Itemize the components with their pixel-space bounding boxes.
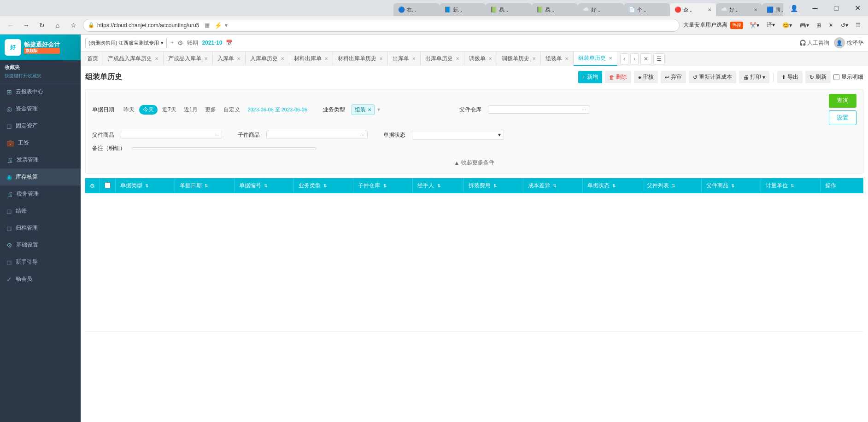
biz-type-tag-remove[interactable]: ✕	[368, 107, 371, 112]
profile-icon[interactable]: 👤	[783, 0, 804, 16]
tab-close[interactable]: ✕	[412, 56, 416, 61]
parent-goods-input[interactable]: ···	[121, 131, 222, 139]
tab-close-icon[interactable]: ✕	[754, 7, 757, 12]
tab-close[interactable]: ✕	[281, 56, 284, 61]
game-icon[interactable]: 🎮▾	[797, 21, 812, 29]
nav-item-archive[interactable]: ◻ 归档管理	[0, 220, 81, 237]
delete-btn[interactable]: 🗑 删除	[605, 71, 631, 83]
tab-close[interactable]: ✕	[204, 56, 208, 61]
nav-item-member[interactable]: ✓ 畅会员	[0, 271, 81, 288]
collapse-btn[interactable]: ▲ 收起更多条件	[92, 157, 856, 168]
nav-item-payroll[interactable]: 💼 工资	[0, 134, 81, 151]
print-dropdown[interactable]: ▾	[762, 74, 765, 81]
tab-home[interactable]: 首页	[82, 52, 103, 65]
col-disassembly-fee[interactable]: 拆装费用 ⇅	[463, 178, 523, 193]
tab-close[interactable]: ✕	[532, 56, 536, 61]
home-btn[interactable]: ⌂	[52, 19, 64, 31]
tab-assembly-hist[interactable]: 组装单历史 ✕	[574, 52, 617, 66]
nav-item-checkout[interactable]: ◻ 结账	[0, 202, 81, 220]
tab-assembly[interactable]: 组装单 ✕	[541, 52, 574, 65]
sun-icon[interactable]: ☀	[826, 21, 836, 29]
export-btn[interactable]: ⬆ 导出	[777, 71, 803, 83]
tab-close[interactable]: ✕	[155, 56, 158, 61]
browser-tab-1[interactable]: 🔵 在...	[393, 3, 440, 16]
tab-scroll-right[interactable]: ›	[630, 53, 639, 64]
tab-mat-out[interactable]: 材料出库单 ✕	[289, 52, 333, 65]
settings-gear-icon[interactable]: ⚙	[177, 39, 183, 46]
col-order-status[interactable]: 单据状态 ⇅	[582, 178, 642, 193]
address-dropdown[interactable]: ▾	[225, 22, 228, 29]
nav-item-report[interactable]: ⊞ 云报表中心	[0, 83, 81, 100]
menu-icon[interactable]: ☰	[853, 21, 863, 29]
unaudit-btn[interactable]: ↩ 弃审	[661, 71, 686, 83]
tab-in[interactable]: 入库单 ✕	[213, 52, 246, 65]
tab-mat-out-hist[interactable]: 材料出库单历史 ✕	[333, 52, 388, 65]
calendar-icon[interactable]: 📅	[226, 40, 233, 46]
reload-btn[interactable]: ↻	[36, 19, 48, 31]
add-icon[interactable]: +	[170, 40, 174, 46]
browser-tab-active[interactable]: 🔴 企... ✕	[670, 3, 716, 16]
tab-close-all[interactable]: ☰	[653, 53, 665, 64]
close-btn[interactable]: ✕	[847, 0, 868, 16]
tab-close[interactable]: ✕	[237, 56, 240, 61]
col-parent-list[interactable]: 父件列表 ⇅	[642, 178, 701, 193]
browser-tab-6[interactable]: 📄 个...	[624, 3, 670, 16]
nav-item-settings[interactable]: ⚙ 基础设置	[0, 237, 81, 254]
child-goods-input[interactable]: ···	[266, 131, 368, 139]
tab-scroll-left[interactable]: ‹	[620, 53, 628, 64]
tab-out[interactable]: 出库单 ✕	[388, 52, 421, 65]
service-btn[interactable]: 🎧 人工咨询	[799, 39, 829, 47]
tab-close-current[interactable]: ✕	[640, 53, 651, 64]
nav-item-fund[interactable]: ◎ 资金管理	[0, 100, 81, 117]
select-all-checkbox[interactable]	[105, 182, 111, 188]
open-favorites-link[interactable]: 快捷键打开收藏夹	[5, 73, 76, 79]
nav-item-inventory[interactable]: ◉ 库存核算	[0, 168, 81, 185]
show-detail-checkbox[interactable]	[833, 74, 839, 80]
order-status-select[interactable]: ▾	[412, 130, 504, 140]
date-btn-7days[interactable]: 近7天	[159, 105, 179, 115]
tab-close[interactable]: ✕	[379, 56, 383, 61]
minimize-btn[interactable]: ─	[804, 0, 826, 16]
forward-btn[interactable]: →	[20, 19, 32, 31]
tab-close[interactable]: ✕	[456, 56, 459, 61]
col-cost-diff[interactable]: 成本差异 ⇅	[523, 178, 582, 193]
browser-tab-3[interactable]: 📗 易...	[486, 3, 532, 16]
browser-tab-4[interactable]: 📗 易...	[532, 3, 578, 16]
address-bar[interactable]: 🔒 https://cloud.chanjet.com/accounting/u…	[83, 19, 680, 32]
query-btn[interactable]: 查询	[829, 94, 856, 108]
back-btn[interactable]: ←	[5, 19, 17, 31]
table-settings-header[interactable]: ⚙	[85, 178, 100, 193]
tab-close[interactable]: ✕	[609, 56, 612, 61]
biz-type-dropdown[interactable]: ▾	[377, 106, 380, 113]
refresh-btn[interactable]: ↻ 刷新	[805, 71, 831, 83]
tab-close[interactable]: ✕	[488, 56, 492, 61]
parent-goods-dots[interactable]: ···	[215, 132, 219, 138]
date-btn-yesterday[interactable]: 昨天	[121, 105, 137, 115]
col-biz-type[interactable]: 业务类型 ⇅	[294, 178, 353, 193]
bookmark-btn[interactable]: ☆	[67, 19, 79, 31]
tab-prod-in-hist[interactable]: 产成品入库单历史 ✕	[103, 52, 164, 65]
scissors-icon[interactable]: ✂️▾	[747, 21, 762, 29]
tab-transfer[interactable]: 调拨单 ✕	[464, 52, 497, 65]
grid-icon[interactable]: ⊞	[814, 21, 824, 29]
company-selector[interactable]: (勿删勿禁用) 江西服宝测试专用 ▾	[85, 38, 167, 48]
undo-icon[interactable]: ↺▾	[838, 21, 851, 29]
parent-warehouse-input[interactable]: ···	[488, 105, 589, 114]
date-btn-more[interactable]: 更多	[202, 105, 219, 115]
browser-tab-7[interactable]: ☁️ 好... ✕	[716, 3, 762, 16]
date-btn-1month[interactable]: 近1月	[181, 105, 201, 115]
nav-item-tax[interactable]: 🖨 税务管理	[0, 185, 81, 202]
new-btn[interactable]: + 新增	[578, 71, 602, 83]
more-dots-icon[interactable]: ···	[582, 107, 586, 112]
browser-tab-5[interactable]: ☁️ 好...	[578, 3, 624, 16]
nav-item-guide[interactable]: ◻ 新手引导	[0, 254, 81, 271]
col-number[interactable]: 单据编号 ⇅	[235, 178, 294, 193]
tab-close[interactable]: ✕	[565, 56, 569, 61]
date-btn-today[interactable]: 今天	[139, 105, 158, 115]
col-unit[interactable]: 计量单位 ⇅	[761, 178, 820, 193]
recalc-btn[interactable]: ↺ 重新计算成本	[689, 71, 736, 83]
print-btn[interactable]: 🖨 打印 ▾	[739, 71, 769, 83]
translate-icon[interactable]: 译▾	[764, 20, 778, 30]
filter-settings-btn[interactable]: 设置	[829, 110, 856, 125]
date-btn-custom[interactable]: 自定义	[221, 105, 243, 115]
